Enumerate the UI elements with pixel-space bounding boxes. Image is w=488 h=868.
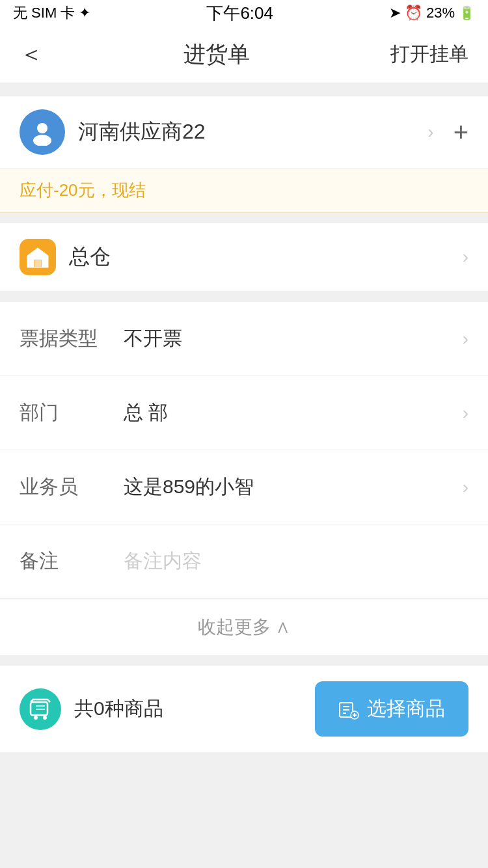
warehouse-row[interactable]: 总仓 › bbox=[0, 223, 488, 292]
invoice-type-value: 不开票 bbox=[124, 325, 463, 352]
product-count: 共0种商品 bbox=[74, 696, 302, 722]
supplier-avatar bbox=[20, 109, 65, 155]
department-label: 部门 bbox=[20, 400, 111, 426]
bottom-bar: 共0种商品 选择商品 bbox=[0, 666, 488, 752]
svg-point-1 bbox=[33, 135, 51, 146]
department-value: 总 部 bbox=[124, 400, 463, 426]
signal-text: 无 SIM 卡 ✦ bbox=[13, 3, 90, 23]
remark-row[interactable]: 备注 备注内容 bbox=[0, 524, 488, 599]
warehouse-icon bbox=[20, 239, 56, 275]
salesperson-row[interactable]: 业务员 这是859的小智 › bbox=[0, 450, 488, 524]
location-icon: ➤ bbox=[389, 5, 401, 21]
shopping-cart-icon bbox=[28, 697, 53, 722]
add-supplier-button[interactable]: + bbox=[454, 119, 468, 145]
warehouse-chevron-icon: › bbox=[463, 247, 468, 267]
background-fill bbox=[0, 752, 488, 868]
alarm-icon: ⏰ bbox=[405, 5, 422, 21]
invoice-type-label: 票据类型 bbox=[20, 325, 111, 352]
cart-icon bbox=[20, 688, 61, 730]
status-time: 下午6:04 bbox=[206, 2, 273, 25]
warehouse-name: 总仓 bbox=[69, 243, 463, 271]
select-product-button[interactable]: 选择商品 bbox=[315, 681, 468, 737]
nav-bar: ＜ 进货单 打开挂单 bbox=[0, 26, 488, 83]
top-divider bbox=[0, 83, 488, 96]
salesperson-chevron-icon: › bbox=[463, 477, 468, 498]
remark-input[interactable]: 备注内容 bbox=[124, 548, 468, 575]
battery-icon: 🔋 bbox=[459, 5, 475, 21]
status-left: 无 SIM 卡 ✦ bbox=[13, 3, 90, 23]
department-chevron-icon: › bbox=[463, 403, 468, 424]
svg-rect-6 bbox=[34, 260, 41, 267]
select-product-icon bbox=[338, 699, 359, 720]
invoice-type-chevron-icon: › bbox=[463, 329, 468, 349]
select-product-label: 选择商品 bbox=[367, 696, 445, 722]
status-bar: 无 SIM 卡 ✦ 下午6:04 ➤ ⏰ 23% 🔋 bbox=[0, 0, 488, 26]
status-right: ➤ ⏰ 23% 🔋 bbox=[389, 5, 475, 21]
supplier-name: 河南供应商22 bbox=[78, 118, 427, 146]
remark-label: 备注 bbox=[20, 548, 111, 575]
page-title: 进货单 bbox=[183, 40, 250, 70]
supplier-alert: 应付-20元，现结 bbox=[0, 169, 488, 213]
svg-point-9 bbox=[43, 716, 47, 720]
home-icon bbox=[26, 245, 49, 269]
user-icon bbox=[29, 118, 56, 146]
form-section: 票据类型 不开票 › 部门 总 部 › 业务员 这是859的小智 › 备注 备注… bbox=[0, 302, 488, 655]
department-row[interactable]: 部门 总 部 › bbox=[0, 376, 488, 450]
svg-point-0 bbox=[37, 123, 47, 133]
mid-divider bbox=[0, 213, 488, 223]
supplier-chevron-icon: › bbox=[427, 122, 433, 142]
svg-point-8 bbox=[34, 716, 38, 720]
battery-text: 23% bbox=[426, 5, 455, 21]
collapse-button[interactable]: 收起更多 ∧ bbox=[0, 599, 488, 655]
salesperson-value: 这是859的小智 bbox=[124, 474, 463, 500]
salesperson-label: 业务员 bbox=[20, 474, 111, 500]
back-button[interactable]: ＜ bbox=[20, 38, 43, 70]
invoice-type-row[interactable]: 票据类型 不开票 › bbox=[0, 302, 488, 376]
open-pending-button[interactable]: 打开挂单 bbox=[390, 41, 468, 68]
supplier-row[interactable]: 河南供应商22 › + bbox=[0, 96, 488, 169]
